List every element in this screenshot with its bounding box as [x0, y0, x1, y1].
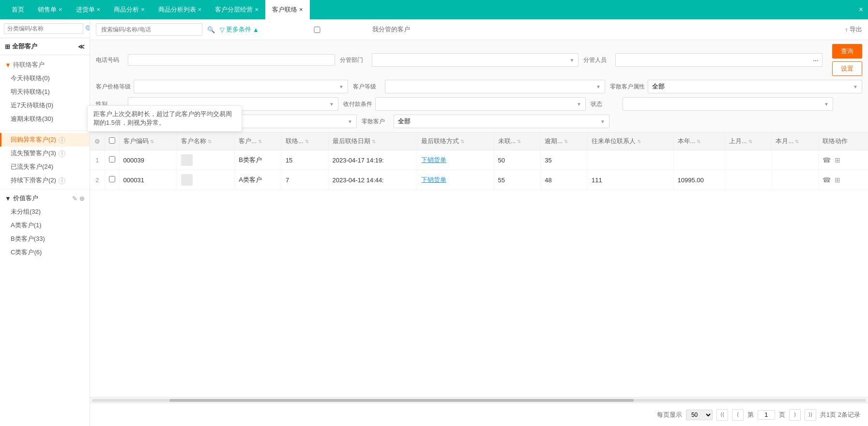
- phone-input[interactable]: [128, 54, 335, 66]
- sidebar-item-overdue[interactable]: 逾期未联络(30): [0, 112, 90, 126]
- last-page-button[interactable]: ⟩⟩: [805, 409, 816, 421]
- info-icon-3[interactable]: i: [59, 177, 65, 184]
- row-2-unit-contact: 111: [588, 170, 674, 190]
- nav-customer-contact[interactable]: 客户联络 ×: [265, 0, 310, 19]
- chevron-up-icon: ▲: [253, 26, 259, 33]
- info-icon-2[interactable]: i: [59, 150, 65, 157]
- select-all-checkbox[interactable]: [109, 137, 115, 144]
- row-2-last-method[interactable]: 下销货单: [417, 170, 494, 190]
- search-icon-btn[interactable]: 🔍: [207, 26, 215, 33]
- nav-customer-tier[interactable]: 客户分层经营 ×: [208, 0, 265, 19]
- pagination-bar: 每页显示 50 20 100 ⟨⟨ ⟨ 第 页 ⟩ ⟩⟩ 共1页 2条记录: [90, 403, 868, 426]
- sidebar-item-c-class[interactable]: C类客户(6): [0, 246, 90, 259]
- col-last-method[interactable]: 最后联络方式⇅: [417, 132, 494, 150]
- row-2-checkbox[interactable]: [105, 170, 119, 190]
- pending-group-title[interactable]: ▼ 待联络客户: [0, 58, 90, 72]
- person-select[interactable]: ···: [615, 53, 822, 67]
- status-select[interactable]: ▼: [623, 97, 833, 111]
- retail-customer-select[interactable]: 全部 ▼: [394, 115, 609, 128]
- col-this-month[interactable]: 本月...⇅: [772, 132, 819, 150]
- col-settings[interactable]: ⚙: [90, 132, 105, 150]
- row-2-this-year: 10995.00: [673, 170, 725, 190]
- dept-select[interactable]: ▼: [372, 53, 579, 67]
- customer-level-select[interactable]: ▼: [385, 80, 605, 93]
- col-uncontacted[interactable]: 未联...⇅: [494, 132, 541, 150]
- sidebar-item-b-class[interactable]: B类客户(33): [0, 232, 90, 246]
- more-conditions-button[interactable]: ▽ 更多条件 ▲: [220, 25, 259, 34]
- settings-button[interactable]: 设置: [832, 61, 862, 76]
- query-button[interactable]: 查询: [832, 44, 862, 59]
- row-2-more-icon[interactable]: ⊞: [835, 176, 840, 184]
- value-customer-group-title[interactable]: ▼ 价值客户 ✎ ⊕: [0, 191, 90, 205]
- info-icon[interactable]: i: [59, 137, 65, 144]
- horizontal-scrollbar[interactable]: [90, 397, 868, 403]
- arrow-icon: ▼: [5, 61, 11, 69]
- col-action: 联络动作: [819, 132, 868, 150]
- sort-icon-10: ⇅: [697, 139, 700, 144]
- col-code[interactable]: 客户编码⇅: [119, 132, 177, 150]
- filter-dept: 分管部门 ▼: [340, 53, 579, 67]
- prev-page-button[interactable]: ⟨: [732, 409, 744, 421]
- my-customers-checkbox[interactable]: [264, 27, 370, 33]
- price-level-select[interactable]: ▼: [134, 80, 348, 93]
- row-2-contact-icon[interactable]: ☎: [822, 176, 831, 184]
- sort-icon-9: ⇅: [637, 139, 641, 144]
- row-1-last-method[interactable]: 下销货单: [417, 150, 494, 170]
- dropdown-arrow-9-icon: ▼: [600, 119, 605, 124]
- filter-row-2: 客户价格等级 ▼ 客户等级 ▼ 零散客户属性 全部 ▼: [96, 80, 862, 93]
- export-button[interactable]: ↑ 导出: [845, 25, 863, 34]
- nav-sales[interactable]: 销售单 ×: [31, 0, 69, 19]
- scroll-thumb[interactable]: [169, 399, 634, 402]
- data-table-area: ⚙ 客户编码⇅ 客户名称⇅ 客户...⇅: [90, 132, 868, 397]
- sidebar-all-customers-header[interactable]: ⊞ 全部客户 ≪: [0, 38, 90, 55]
- sidebar-item-a-class[interactable]: A类客户(1): [0, 219, 90, 232]
- row-1-checkbox[interactable]: [105, 150, 119, 170]
- sidebar-item-repurchase-abnormal[interactable]: 回购异常客户(2) i: [0, 133, 90, 147]
- edit-icon[interactable]: ✎: [72, 195, 77, 202]
- sidebar-item-ungroup[interactable]: 未分组(32): [0, 205, 90, 219]
- nav-home[interactable]: 首页: [5, 0, 31, 19]
- collapse-icon[interactable]: ≪: [78, 43, 85, 50]
- page-number-input[interactable]: [758, 410, 775, 420]
- row-1-uncontacted: 50: [494, 150, 541, 170]
- search-input[interactable]: [96, 23, 202, 36]
- row-1-contact-icon[interactable]: ☎: [822, 156, 831, 164]
- sidebar-search-input[interactable]: [4, 23, 83, 34]
- sidebar-item-loss-warning[interactable]: 流失预警客户(3) i: [0, 147, 90, 160]
- col-checkbox[interactable]: [105, 132, 119, 150]
- retail-attr-select[interactable]: 全部 ▼: [648, 80, 862, 93]
- next-page-button[interactable]: ⟩: [789, 409, 801, 421]
- nav-analysis[interactable]: 商品分析 ×: [107, 0, 152, 19]
- sidebar-item-lost[interactable]: 已流失客户(24): [0, 160, 90, 174]
- col-last-month[interactable]: 上月...⇅: [725, 132, 772, 150]
- col-overdue[interactable]: 逾期...⇅: [541, 132, 588, 150]
- sidebar-search-icon[interactable]: 🔍: [85, 25, 90, 32]
- sidebar-item-7days[interactable]: 近7天待联络(0): [0, 99, 90, 112]
- row-1-select[interactable]: [109, 156, 115, 162]
- table-header-row: ⚙ 客户编码⇅ 客户名称⇅ 客户...⇅: [90, 132, 868, 150]
- nav-analysis-list[interactable]: 商品分析列表 ×: [152, 0, 209, 19]
- col-this-year[interactable]: 本年...⇅: [673, 132, 725, 150]
- sort-icon: ⇅: [150, 139, 154, 144]
- row-2-uncontacted: 55: [494, 170, 541, 190]
- sidebar-item-today[interactable]: 今天待联络(0): [0, 72, 90, 85]
- page-size-select[interactable]: 50 20 100: [686, 410, 713, 420]
- col-contact[interactable]: 联络...⇅: [281, 132, 328, 150]
- row-2-select[interactable]: [109, 176, 115, 182]
- nav-purchase[interactable]: 进货单 ×: [69, 0, 107, 19]
- first-page-button[interactable]: ⟨⟨: [716, 409, 728, 421]
- col-last-date[interactable]: 最后联络日期⇅: [328, 132, 417, 150]
- main-layout: 🔍 ⊞ 全部客户 ≪ ▼ 待联络客户 今天待联络(0) 明天待联络(1) 近7天…: [0, 19, 868, 426]
- sidebar-item-tomorrow[interactable]: 明天待联络(1): [0, 85, 90, 99]
- payment-select[interactable]: ▼: [375, 97, 586, 111]
- add-group-icon[interactable]: ⊕: [79, 195, 85, 202]
- col-type[interactable]: 客户...⇅: [235, 132, 282, 150]
- filter-customer-level: 客户等级 ▼: [353, 80, 605, 93]
- close-all-tabs-button[interactable]: ×: [859, 5, 863, 14]
- row-1-this-year: [673, 150, 725, 170]
- row-1-overdue: 35: [541, 150, 588, 170]
- col-name[interactable]: 客户名称⇅: [177, 132, 234, 150]
- col-unit-contact[interactable]: 往来单位联系人⇅: [588, 132, 674, 150]
- row-1-more-icon[interactable]: ⊞: [835, 156, 840, 164]
- sidebar-item-declining[interactable]: 持续下滑客户(2) i: [0, 174, 90, 187]
